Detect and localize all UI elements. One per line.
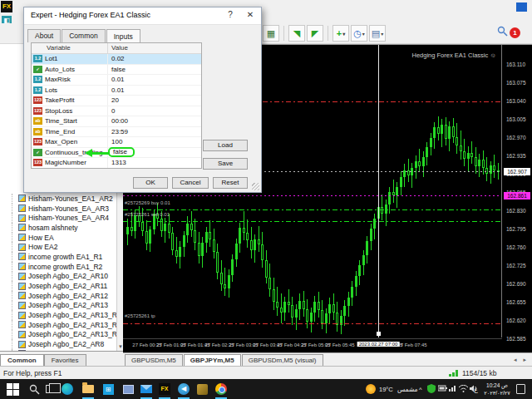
wifi-tray-icon[interactable] [459, 385, 468, 394]
taskbar-mail-icon[interactable] [139, 382, 154, 397]
dialog-tab-inputs[interactable]: Inputs [106, 29, 140, 43]
expert-advisor-icon [18, 321, 26, 328]
sidebar-item[interactable]: Joseph Agbo_EA2_AR11 [0, 281, 116, 291]
param-value-cell[interactable]: false [108, 148, 201, 158]
magnifier-icon[interactable] [497, 25, 508, 40]
param-value-cell[interactable]: 0 [108, 106, 201, 116]
chart-tab[interactable]: GBPUSDm,M5 (visual) [242, 354, 323, 366]
periods-clock-icon[interactable]: ◷▾ [351, 25, 367, 42]
sidebar-item[interactable]: Joseph Agbo_EA2_AR8 [0, 339, 116, 349]
cancel-button[interactable]: Cancel [172, 177, 209, 189]
taskbar-explorer-icon[interactable] [81, 382, 96, 397]
navigator-tab-favorites[interactable]: Favorites [44, 354, 86, 366]
ok-button[interactable]: OK [133, 177, 168, 189]
add-indicator-dropdown-icon[interactable]: ▾ [342, 31, 345, 37]
notification-bubble-icon[interactable]: 1 [510, 27, 520, 38]
taskbar-mt4-icon[interactable]: FX [157, 382, 172, 397]
param-value-cell[interactable]: 1313 [108, 158, 201, 168]
tab-scroll-arrows[interactable]: ◂ ▸ [514, 357, 529, 363]
param-value-cell[interactable]: 20 [108, 96, 201, 106]
candle-body [470, 153, 473, 157]
sidebar-item[interactable]: Hisham-Younes_EA_AR4 [0, 213, 116, 223]
sidebar-item[interactable]: Joseph Agbo_EA2_AR13_R1 [0, 310, 116, 320]
dialog-close-button[interactable]: ✕ [243, 10, 258, 19]
sidebar-item[interactable]: Joseph Agbo_EA2_AR10 [0, 272, 116, 282]
sidebar-item[interactable]: How EA [0, 233, 116, 243]
tray-chevron-icon[interactable]: ^ [419, 386, 422, 393]
taskbar-store-icon[interactable]: ⊞ [101, 382, 116, 397]
param-value-cell[interactable]: false [108, 65, 201, 75]
templates-dropdown-icon[interactable]: ▾ [381, 31, 383, 37]
param-value-cell[interactable]: 00:00 [108, 116, 201, 126]
weather-label[interactable]: مشمس [397, 386, 418, 393]
table-row[interactable]: abTime_Start00:00 [32, 116, 201, 127]
taskbar-task-view-icon[interactable] [43, 382, 58, 397]
table-row[interactable]: ✓Auto_Lotsfalse [32, 65, 201, 76]
param-value-cell[interactable]: 100 [108, 137, 201, 147]
table-row[interactable]: 123TakeProfit20 [32, 96, 201, 106]
add-indicator-icon[interactable]: +▾ [332, 25, 349, 42]
navigator-tab-common[interactable]: Common [0, 354, 44, 366]
autoscroll-icon[interactable]: ◥ [288, 25, 305, 42]
table-row[interactable]: 1.2Lot10.02 [32, 54, 201, 65]
save-button[interactable]: Save [203, 158, 248, 170]
candle-body [347, 298, 350, 306]
table-row[interactable]: ✓Continuous_tradingfalse [32, 148, 201, 159]
language-indicator[interactable]: ع [474, 386, 478, 393]
weather-temp[interactable]: 19°C [379, 386, 393, 393]
sidebar-item[interactable]: Hisham-Younes_EA_AR3 [0, 204, 116, 214]
chart-tab[interactable]: GBPJPYm,M5 [184, 354, 241, 366]
taskbar-start-icon[interactable] [5, 382, 20, 397]
table-row[interactable]: 1.2Lots0.01 [32, 86, 201, 96]
chart-tab[interactable]: GBPUSDm,M5 [125, 354, 183, 366]
sidebar-item[interactable]: income growth EA1_R1 [0, 252, 116, 262]
dialog-tab-about[interactable]: About [27, 29, 61, 42]
vline-anchor-marker[interactable] [377, 332, 381, 336]
dialog-title-bar[interactable]: Expert - Hedging Forex EA1 Classic ? ✕ [24, 7, 261, 25]
sidebar-item[interactable]: How EA2 [0, 242, 116, 252]
chart-shift-icon[interactable]: ◤ [307, 25, 323, 42]
dialog-tab-common[interactable]: Common [62, 29, 105, 42]
network-tray-icon[interactable] [449, 385, 457, 393]
taskbar-search-icon[interactable] [27, 382, 42, 397]
battery-tray-icon[interactable] [438, 385, 447, 393]
table-row[interactable]: 1.2MaxRisk0.01 [32, 75, 201, 86]
price-axis[interactable]: 163.110163.075163.040163.005162.970162.9… [503, 45, 532, 337]
param-value-cell[interactable]: 23:59 [108, 127, 201, 137]
param-value-cell[interactable]: 0.01 [108, 75, 201, 85]
taskbar-chrome-icon[interactable] [214, 382, 229, 397]
sidebar-item[interactable]: hosam alshnety [0, 223, 116, 233]
param-value-cell[interactable]: 0.02 [108, 54, 201, 64]
taskbar-edge-icon[interactable] [60, 382, 75, 397]
load-button[interactable]: Load [203, 140, 248, 151]
periods-clock-dropdown-icon[interactable]: ▾ [362, 31, 365, 37]
taskbar-devices-icon[interactable] [121, 382, 135, 397]
candle-body [463, 151, 466, 159]
templates-icon[interactable]: ▤▾ [369, 25, 386, 42]
table-row[interactable]: 123Max_Open100 [32, 137, 201, 148]
visual-test-vline[interactable] [378, 45, 379, 337]
table-row[interactable]: 123StopLoss0 [32, 106, 201, 117]
taskbar-wallet-icon[interactable] [195, 382, 209, 397]
sidebar-item[interactable]: Joseph Agbo_EA2_AR13_R3 [0, 330, 116, 340]
sidebar-item[interactable]: Hisham-Younes_EA1_AR2 [0, 194, 116, 204]
taskbar-telegram-icon[interactable]: ◀ [176, 382, 191, 397]
reset-button[interactable]: Reset [213, 177, 248, 189]
window-control-icon[interactable] [516, 2, 527, 12]
dialog-resize-grip[interactable] [252, 183, 259, 190]
antivirus-tray-icon[interactable] [427, 384, 436, 395]
table-row[interactable]: 123MagicNumber1313 [32, 158, 201, 169]
sidebar-item[interactable]: income growth EA1_R2 [0, 262, 116, 272]
action-center-icon[interactable] [516, 384, 525, 394]
sidebar-item[interactable]: Joseph Agbo_EA2_AR12 [0, 291, 116, 301]
time-axis[interactable]: 26 Feb 202327 Feb 00:2527 Feb 01:0527 Fe… [123, 338, 502, 352]
sidebar-item[interactable]: Joseph Agbo_EA2_AR13_R2 [0, 320, 116, 330]
dialog-help-button[interactable]: ? [223, 10, 238, 19]
time-tick-label: 27 Feb 07:45 [397, 342, 426, 347]
param-value-cell[interactable]: 0.01 [108, 86, 201, 96]
weather-icon[interactable] [366, 384, 376, 396]
table-row[interactable]: abTime_End23:59 [32, 127, 201, 138]
clock[interactable]: 10:24 ص٢٠٢٣/٠٢/٢٧ [480, 382, 514, 397]
window-grid-icon[interactable]: ▦ [263, 25, 279, 42]
sidebar-item[interactable]: Joseph Agbo_EA2_AR13 [0, 301, 116, 311]
